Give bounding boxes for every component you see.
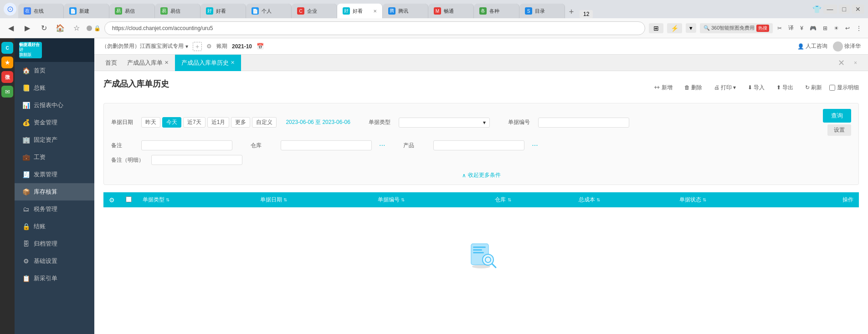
sidebar-item-ledger[interactable]: 📒 总账 [15,79,94,97]
import-btn[interactable]: ⬇ 导入 [743,82,769,93]
lightning-btn[interactable]: ⚡ [667,23,682,33]
product-filter-input[interactable] [433,140,524,150]
sidebar-item-archive[interactable]: 🗄 归档管理 [15,235,94,252]
weibo-app-icon[interactable]: 微 [1,71,13,83]
page-tab-list[interactable]: 产成品入库单 ✕ [121,55,175,71]
dropdown-btn[interactable]: ▾ [686,23,696,33]
yesterday-btn[interactable]: 昨天 [141,117,160,128]
browser-tab-4[interactable]: 易 易信 [155,4,200,18]
export-btn[interactable]: ⬆ 导出 [772,82,798,93]
breadcrumb-home[interactable]: 首页 [102,55,121,71]
browser-tab-7[interactable]: C 企业 [292,4,337,18]
company-settings-btn[interactable]: ⚙ [206,43,212,50]
bookmark-btn[interactable]: ☆ [70,22,83,35]
window-maximize-btn[interactable]: □ [839,5,850,14]
sidebar-item-tax[interactable]: 🗂 税务管理 [15,200,94,218]
query-btn[interactable]: 查询 [823,109,851,123]
grid-icon[interactable]: ⊞ [649,23,663,33]
sidebar-item-fixed-assets[interactable]: 🏢 固定资产 [15,131,94,149]
add-company-btn[interactable]: + [193,42,202,51]
browser-tab-6[interactable]: 📄 个人 [246,4,292,18]
mail-app-icon[interactable]: ✉ [1,86,13,98]
browser-tab-8[interactable]: 好 好看 ✕ [337,4,383,18]
address-input[interactable]: https://cloud.chanjet.com/accounting/uru… [104,21,645,35]
table-header-number[interactable]: 单据编号 ⇅ [372,192,490,207]
warehouse-filter-input[interactable] [281,140,372,150]
table-header-date[interactable]: 单据日期 ⇅ [255,192,372,207]
theme-btn[interactable]: ☀ [832,24,841,32]
window-close-btn[interactable]: ✕ [852,5,864,14]
sidebar-item-closing[interactable]: 🔒 结账 [15,218,94,235]
sidebar-item-inventory[interactable]: 📦 库存核算 [15,183,94,200]
sidebar-item-settings[interactable]: ⚙ 基础设置 [15,252,94,270]
set-btn[interactable]: 设置 [827,124,851,136]
table-checkbox-header[interactable] [120,192,137,207]
browser-tab-2[interactable]: 📄 新建 [64,4,109,18]
calendar-icon[interactable]: 📅 [257,43,264,50]
game-btn[interactable]: 🎮 [808,24,818,32]
nav-back-btn[interactable]: ⊙ [4,3,16,15]
sidebar-item-home[interactable]: 🏠 首页 [15,62,94,79]
table-header-cost[interactable]: 总成本 ⇅ [573,192,674,207]
remark-filter-input[interactable] [141,140,232,150]
more-date-btn[interactable]: 更多 [231,117,250,128]
user-avatar[interactable]: 徐泽华 [833,41,861,51]
browser-tab-12[interactable]: S 目录 [519,4,565,18]
browser-tab-11[interactable]: 各 各种 [474,4,519,18]
today-btn[interactable]: 今天 [162,117,181,128]
close-page-btn[interactable]: ✕ [832,58,850,68]
home-btn[interactable]: 🏠 [54,22,67,35]
sidebar-item-invoices[interactable]: 🧾 发票管理 [15,166,94,183]
close-history-tab[interactable]: ✕ [231,60,235,66]
translate-btn[interactable]: 译 [786,23,796,33]
delete-btn[interactable]: 🗑 删除 [680,82,707,93]
chanjet-app-icon[interactable]: C [1,42,13,54]
show-detail-toggle[interactable]: 显示明细 [829,84,859,92]
search-extension-btn[interactable]: 🔍 360智能抠图免费用 热搜 [700,23,773,33]
more-btn[interactable]: ⋮ [854,24,863,32]
sidebar-item-funds[interactable]: 💰 资金管理 [15,114,94,131]
page-tab-history[interactable]: 产成品入库单历史 ✕ [175,55,241,71]
browser-tab-1[interactable]: 在 在线 [18,4,64,18]
number-filter-input[interactable] [538,118,629,128]
browser-tab-10[interactable]: M 畅通 [428,4,474,18]
browser-tab-3[interactable]: 易 易信 [109,4,155,18]
back-btn[interactable]: ◀ [5,22,17,35]
refresh-btn[interactable]: ↻ [37,22,50,35]
window-minimize-btn[interactable]: — [823,5,837,14]
scissors-btn[interactable]: ✂ [776,24,784,32]
type-select[interactable]: ▾ [399,118,490,128]
last1month-btn[interactable]: 近1月 [207,117,230,128]
sidebar-item-reports[interactable]: 📊 云报表中心 [15,97,94,114]
warehouse-dots[interactable]: ··· [379,141,385,149]
new-tab-btn[interactable]: + [565,5,578,18]
browser-tab-5[interactable]: 好 好看 [200,4,246,18]
tab-count-badge[interactable]: 12 [580,10,593,18]
refresh-btn[interactable]: ↻ 刷新 [801,82,827,93]
table-gear-header[interactable]: ⚙ [103,192,120,207]
show-detail-checkbox[interactable] [829,85,835,91]
close-tab-8[interactable]: ✕ [373,9,377,14]
table-header-type[interactable]: 单据类型 ⇅ [137,192,255,207]
close-list-tab[interactable]: ✕ [164,60,169,66]
product-dots[interactable]: ··· [532,141,538,149]
company-selector[interactable]: （勿删勿禁用）江西服宝测试专用 ▾ [102,42,188,50]
star-app-icon[interactable]: ★ [1,57,13,68]
close-all-btn[interactable]: × [850,60,861,66]
collapse-filter-btn[interactable]: ∧ 收起更多条件 [111,170,851,179]
yuan-btn[interactable]: ¥ [798,24,805,32]
print-btn[interactable]: 🖨 打印 ▾ [709,82,740,93]
human-service-btn[interactable]: 👤 人工咨询 [797,42,827,50]
history-btn[interactable]: ↩ [843,24,852,32]
detail-remark-filter-input[interactable] [151,155,242,165]
table-gear-icon[interactable]: ⚙ [109,196,115,204]
browser-tab-9[interactable]: 腾 腾讯 [383,4,428,18]
custom-date-btn[interactable]: 自定义 [252,117,277,128]
new-btn[interactable]: + + 新增 [649,82,677,93]
sidebar-item-new-voucher[interactable]: 📋 新采引单 [15,270,94,287]
table-header-warehouse[interactable]: 仓库 ⇅ [489,192,573,207]
sidebar-item-payroll[interactable]: 💼 工资 [15,149,94,166]
last7days-btn[interactable]: 近7天 [183,117,205,128]
table-header-status[interactable]: 单据状态 ⇅ [674,192,791,207]
apps-btn[interactable]: ⊞ [821,24,829,32]
